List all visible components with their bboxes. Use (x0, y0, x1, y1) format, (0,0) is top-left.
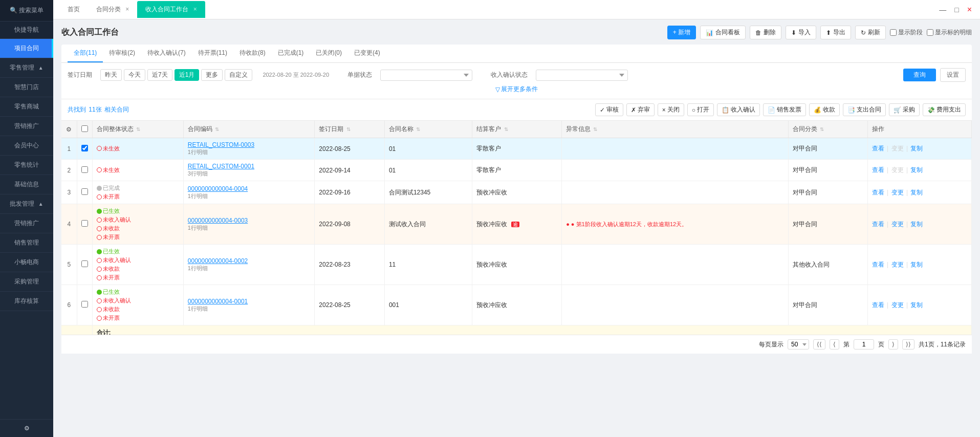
close-btn[interactable]: × 关闭 (658, 103, 684, 116)
tab-home[interactable]: 首页 (59, 1, 88, 18)
sidebar-item-sales-mgmt[interactable]: 销售管理 (0, 233, 53, 253)
view-btn[interactable]: 查看 (872, 301, 884, 309)
expense-btn[interactable]: 💸 费用支出 (923, 103, 966, 116)
tab-close-icon[interactable]: × (125, 6, 129, 13)
row-checkbox[interactable] (77, 245, 92, 285)
delete-button[interactable]: 🗑 删除 (750, 26, 781, 39)
sidebar-item-purchase[interactable]: 采购管理 (0, 272, 53, 292)
view-btn[interactable]: 查看 (872, 189, 884, 196)
show-fields-input[interactable] (890, 29, 897, 36)
dashboard-button[interactable]: 📊 合同看板 (700, 26, 746, 39)
col-code[interactable]: 合同编码 ⇅ (183, 121, 315, 138)
next-page-btn[interactable]: ⟩ (888, 339, 898, 349)
sidebar-item-member[interactable]: 会员中心 (0, 136, 53, 156)
tab-income-workbench[interactable]: 收入合同工作台 × (137, 1, 205, 18)
col-status[interactable]: 合同整体状态 ⇅ (92, 121, 183, 138)
change-btn[interactable]: 变更 (891, 261, 904, 268)
sub-tab-closed[interactable]: 已关闭(0) (310, 45, 348, 62)
copy-btn[interactable]: 复制 (910, 301, 923, 309)
change-btn[interactable]: 变更 (891, 166, 904, 173)
settings-button[interactable]: 设置 (940, 68, 966, 82)
sidebar-item-retail-stats[interactable]: 零售统计 (0, 156, 53, 175)
view-btn[interactable]: 查看 (872, 221, 884, 228)
contract-code-link[interactable]: RETAIL_CUSTOM-0003 (188, 141, 254, 148)
new-button[interactable]: + 新增 (667, 26, 696, 39)
window-close-btn[interactable]: × (965, 4, 974, 15)
expand-conditions-btn[interactable]: ▽ 展开更多条件 (495, 85, 538, 94)
sidebar-item-marketing[interactable]: 营销推广 (0, 117, 53, 136)
sidebar-settings[interactable]: ⚙ (0, 419, 53, 437)
view-btn[interactable]: 查看 (872, 261, 884, 268)
prev-page-btn[interactable]: ⟨ (830, 339, 839, 349)
sidebar-item-mkt-promo[interactable]: 营销推广 (0, 214, 53, 233)
last-page-btn[interactable]: ⟩⟩ (902, 339, 914, 349)
show-details-input[interactable] (927, 29, 933, 36)
contract-code-link[interactable]: 0000000000004-0003 (188, 217, 248, 224)
payment-btn[interactable]: 💰 收款 (809, 103, 840, 116)
copy-btn[interactable]: 复制 (910, 261, 923, 268)
contract-code-link[interactable]: RETAIL_CUSTOM-0001 (188, 163, 254, 170)
review-btn[interactable]: ✓ 审核 (595, 103, 623, 116)
sub-tab-pending-review[interactable]: 待审核(2) (103, 45, 141, 62)
copy-btn[interactable]: 复制 (910, 189, 923, 196)
view-btn[interactable]: 查看 (872, 166, 884, 173)
view-btn[interactable]: 查看 (872, 145, 884, 152)
sidebar-item-base-info[interactable]: 基础信息 (0, 175, 53, 194)
tab-contract-cat[interactable]: 合同分类 × (88, 1, 137, 18)
contract-code-link[interactable]: 0000000000004-0001 (188, 298, 248, 305)
row-checkbox[interactable] (77, 181, 92, 204)
payout-btn[interactable]: 📑 支出合同 (843, 103, 886, 116)
select-all-checkbox[interactable] (81, 125, 88, 132)
sub-tab-pending-income[interactable]: 待收入确认(7) (141, 45, 192, 62)
export-button[interactable]: ⬆ 导出 (820, 26, 851, 39)
date-btn-more[interactable]: 更多 (201, 69, 223, 81)
col-category[interactable]: 合同分类 ⇅ (788, 121, 867, 138)
sub-tab-pending-invoice[interactable]: 待开票(11) (192, 45, 233, 62)
change-btn[interactable]: 变更 (891, 221, 904, 228)
window-minimize-btn[interactable]: — (937, 5, 948, 15)
row-checkbox[interactable] (77, 160, 92, 181)
query-button[interactable]: 查询 (903, 69, 936, 81)
open-btn[interactable]: ○ 打开 (687, 103, 714, 116)
row-checkbox[interactable] (77, 285, 92, 325)
import-button[interactable]: ⬇ 导入 (786, 26, 816, 39)
purchase-btn[interactable]: 🛒 采购 (889, 103, 920, 116)
sidebar-item-ecom[interactable]: 小畅电商 (0, 253, 53, 272)
sidebar-search[interactable]: 🔍 搜索菜单 (0, 0, 53, 21)
date-btn-custom[interactable]: 自定义 (225, 69, 252, 81)
date-btn-1month[interactable]: 近1月 (175, 69, 200, 81)
sub-tab-all[interactable]: 全部(11) (68, 45, 103, 62)
row-checkbox[interactable] (77, 138, 92, 160)
change-btn[interactable]: 变更 (891, 301, 904, 309)
sidebar-item-wholesale[interactable]: 批发管理 ▲ (0, 194, 53, 214)
income-status-select[interactable] (536, 70, 628, 81)
sales-invoice-btn[interactable]: 📄 销售发票 (763, 103, 806, 116)
contract-code-link[interactable]: 0000000000004-0002 (188, 257, 248, 265)
show-details-checkbox[interactable]: 显示标的明细 (927, 28, 972, 37)
window-maximize-btn[interactable]: □ (952, 5, 961, 15)
tab-close-icon2[interactable]: × (193, 6, 197, 13)
sub-tab-completed[interactable]: 已完成(1) (272, 45, 310, 62)
col-settings[interactable]: ⚙ (61, 121, 77, 138)
copy-btn[interactable]: 复制 (910, 166, 923, 173)
contract-code-link[interactable]: 0000000000004-0004 (188, 185, 248, 192)
page-number-input[interactable] (854, 339, 874, 349)
row-checkbox[interactable] (77, 204, 92, 245)
sub-tab-changed[interactable]: 已变更(4) (348, 45, 386, 62)
change-btn[interactable]: 变更 (891, 189, 904, 196)
date-btn-yesterday[interactable]: 昨天 (100, 69, 122, 81)
refresh-button[interactable]: ↻ 刷新 (855, 26, 886, 39)
sidebar-item-retail-mall[interactable]: 零售商城 (0, 97, 53, 117)
sidebar-item-inventory[interactable]: 库存核算 (0, 292, 53, 311)
first-page-btn[interactable]: ⟨⟨ (813, 339, 825, 349)
sub-tab-pending-payment[interactable]: 待收款(8) (233, 45, 272, 62)
copy-btn[interactable]: 复制 (910, 221, 923, 228)
show-fields-checkbox[interactable]: 显示阶段 (890, 28, 923, 37)
copy-btn[interactable]: 复制 (910, 145, 923, 152)
change-btn[interactable]: 变更 (891, 145, 904, 152)
date-btn-today[interactable]: 今天 (124, 69, 145, 81)
col-error[interactable]: 异常信息 ⇅ (562, 121, 789, 138)
sidebar-item-smart-store[interactable]: 智慧门店 (0, 78, 53, 97)
sidebar-nav[interactable]: 快捷导航 (0, 21, 53, 39)
income-confirm-btn[interactable]: 📋 收入确认 (717, 103, 760, 116)
